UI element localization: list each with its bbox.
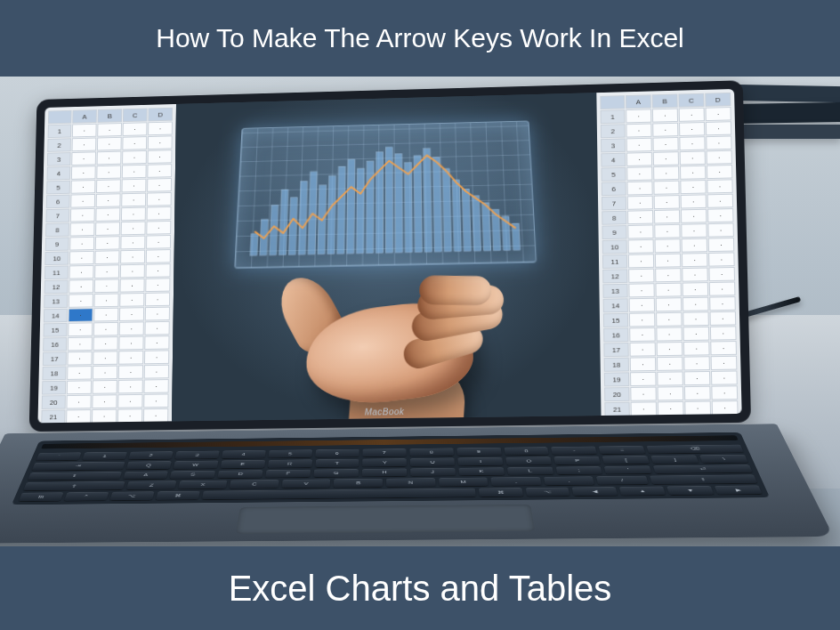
cell: · bbox=[656, 312, 682, 327]
key: ] bbox=[650, 455, 699, 463]
laptop-lid: ABCD1····2····3····4····5····6····7····8… bbox=[29, 80, 751, 432]
cell: · bbox=[145, 292, 170, 306]
cell: · bbox=[707, 150, 732, 165]
cell: · bbox=[653, 166, 679, 180]
cell: · bbox=[656, 327, 682, 341]
key: J bbox=[410, 468, 456, 477]
cell: · bbox=[69, 251, 94, 265]
cell: · bbox=[654, 209, 680, 223]
cell: · bbox=[123, 122, 148, 136]
key: 3 bbox=[174, 451, 219, 459]
cell: · bbox=[626, 138, 652, 152]
cell: · bbox=[67, 366, 92, 380]
svg-rect-19 bbox=[433, 158, 442, 252]
row-header: 7 bbox=[45, 209, 69, 223]
key: 5 bbox=[268, 449, 311, 457]
row-header: 18 bbox=[42, 367, 66, 381]
svg-rect-20 bbox=[443, 168, 452, 251]
cell: · bbox=[94, 294, 119, 308]
svg-rect-9 bbox=[337, 166, 345, 254]
laptop-brand: MacBook bbox=[365, 407, 405, 416]
cell: · bbox=[71, 151, 96, 166]
book bbox=[730, 125, 840, 139]
key: - bbox=[552, 447, 598, 455]
cell: · bbox=[145, 307, 170, 321]
row-header: 20 bbox=[42, 395, 66, 409]
cell: · bbox=[630, 387, 657, 401]
row-header: 4 bbox=[601, 153, 626, 167]
cell: · bbox=[122, 136, 147, 150]
cell: · bbox=[71, 166, 96, 180]
svg-rect-21 bbox=[453, 180, 462, 251]
cell: · bbox=[72, 138, 97, 152]
cell: · bbox=[96, 193, 121, 207]
cell: · bbox=[70, 194, 95, 208]
key: N bbox=[386, 478, 435, 487]
cell: · bbox=[655, 283, 681, 297]
cell: · bbox=[69, 265, 94, 279]
cell: · bbox=[144, 365, 169, 379]
svg-rect-18 bbox=[424, 149, 432, 252]
column-header: C bbox=[123, 109, 148, 123]
key: B bbox=[334, 479, 383, 488]
cell: · bbox=[92, 409, 117, 424]
cell: · bbox=[630, 357, 656, 371]
cell: · bbox=[66, 409, 91, 423]
cell: · bbox=[630, 372, 657, 386]
key: K bbox=[458, 467, 505, 476]
svg-rect-17 bbox=[414, 156, 422, 253]
spreadsheet-right: ABCD1····2····3····4····5····6····7····8… bbox=[596, 89, 741, 416]
cell: · bbox=[628, 269, 654, 283]
row-header: 14 bbox=[44, 309, 68, 323]
cell: · bbox=[95, 222, 120, 236]
cell: · bbox=[117, 394, 142, 408]
cell: · bbox=[146, 235, 171, 249]
cell: · bbox=[93, 336, 118, 351]
cell: · bbox=[121, 222, 146, 236]
key: 1 bbox=[82, 452, 127, 460]
cell: · bbox=[118, 380, 143, 394]
key: S bbox=[170, 471, 215, 480]
cell: · bbox=[709, 282, 736, 296]
cell: · bbox=[627, 196, 653, 210]
svg-rect-23 bbox=[472, 196, 481, 251]
cell: · bbox=[93, 322, 118, 336]
cell: · bbox=[70, 222, 95, 237]
cell: · bbox=[93, 380, 117, 394]
key: = bbox=[599, 446, 645, 454]
cell: · bbox=[711, 356, 738, 370]
cell: · bbox=[120, 250, 145, 264]
cell: · bbox=[119, 307, 144, 321]
cell: · bbox=[654, 195, 680, 209]
cell: · bbox=[148, 149, 173, 164]
laptop-base: `1234567890-=⌫ ⇥QWERTYUIOP[]\ ⇪ASDFGHJKL… bbox=[0, 424, 834, 543]
cell: · bbox=[145, 321, 170, 335]
cell: · bbox=[680, 166, 706, 180]
cell: · bbox=[711, 371, 738, 385]
cell: · bbox=[680, 180, 706, 194]
cell: · bbox=[684, 371, 711, 385]
cell: · bbox=[69, 237, 94, 251]
cell: · bbox=[681, 223, 707, 238]
cell: · bbox=[653, 151, 679, 166]
cell: · bbox=[72, 124, 97, 138]
cell: · bbox=[147, 206, 172, 221]
key: L bbox=[507, 466, 553, 475]
cell: · bbox=[658, 401, 684, 416]
cell: · bbox=[679, 136, 705, 150]
svg-rect-5 bbox=[298, 182, 307, 254]
cell: · bbox=[707, 223, 734, 238]
cell: · bbox=[682, 253, 707, 267]
holographic-chart bbox=[234, 121, 537, 269]
cell: · bbox=[68, 322, 93, 336]
trackpad bbox=[236, 505, 535, 534]
cell: · bbox=[147, 178, 172, 192]
row-header: 1 bbox=[48, 125, 72, 139]
cell: · bbox=[710, 341, 737, 355]
column-header: B bbox=[652, 94, 678, 109]
cell: · bbox=[97, 137, 122, 151]
cell: · bbox=[682, 297, 709, 311]
key: ⌥ bbox=[525, 488, 570, 497]
cell: · bbox=[682, 311, 709, 326]
cell: · bbox=[706, 107, 731, 121]
